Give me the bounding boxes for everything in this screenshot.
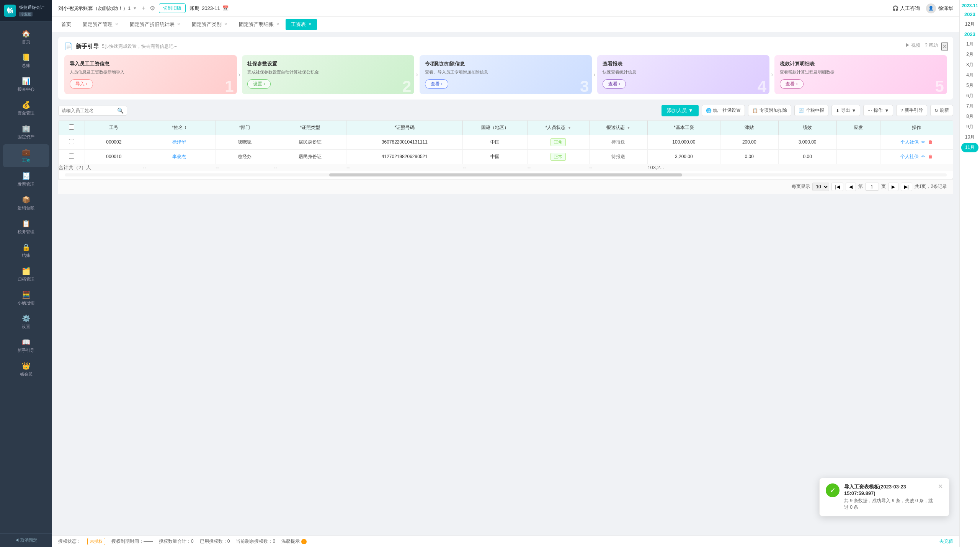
last-page-btn[interactable]: ▶| xyxy=(901,183,912,191)
month-item-9[interactable]: 7月 xyxy=(961,101,978,111)
step-btn-step3[interactable]: 查看 › xyxy=(425,79,448,89)
month-item-8[interactable]: 6月 xyxy=(961,91,978,101)
switch-version-btn[interactable]: 切到旧版 xyxy=(159,3,186,13)
toast-close-btn[interactable]: ✕ xyxy=(938,483,943,490)
tab-fixed_type[interactable]: 固定资产类别✕ xyxy=(186,19,233,30)
tab-fixed_detail[interactable]: 固定资产明细账✕ xyxy=(234,19,285,30)
row-sendstatus-1: 待报送 xyxy=(589,149,647,164)
tab-close-fixed_type[interactable]: ✕ xyxy=(224,22,227,27)
sidebar-logo: 畅 畅捷通好会计 专业版 xyxy=(0,0,52,22)
sidebar-item-purchase[interactable]: 📦 进销台账 xyxy=(3,192,49,215)
step-btn-step5[interactable]: 查看 › xyxy=(780,79,803,89)
per-page-select[interactable]: 10 20 50 xyxy=(812,183,829,191)
sidebar-item-fixed[interactable]: 🏢 固定资产 xyxy=(3,121,49,144)
sidebar-item-tax[interactable]: 📋 税务管理 xyxy=(3,216,49,238)
operate-btn[interactable]: ⋯ 操作 ▼ xyxy=(863,105,893,116)
scrollbar-thumb[interactable] xyxy=(329,173,682,176)
sidebar-item-general[interactable]: 📒 总账 xyxy=(3,49,49,72)
user-info[interactable]: 👤 徐泽华 xyxy=(926,3,953,13)
row-checkbox-0[interactable] xyxy=(69,139,74,144)
header-perstatus[interactable]: *人员状态 ▼ xyxy=(528,121,589,135)
tab-payroll_table[interactable]: 工资表✕ xyxy=(286,19,317,30)
tab-home[interactable]: 首页 xyxy=(56,19,77,30)
select-all-checkbox[interactable] xyxy=(69,124,74,130)
row-name-link-1[interactable]: 李俊杰 xyxy=(172,154,186,159)
step-title-step2: 社保参数设置 xyxy=(247,60,409,67)
settings-icon[interactable]: ⚙ xyxy=(150,5,155,12)
guide2-btn[interactable]: ? 新手引导 xyxy=(896,105,927,116)
month-item-2[interactable]: 2023 xyxy=(961,30,978,39)
tab-close-fixed_detail[interactable]: ✕ xyxy=(276,22,279,27)
sendstatus-filter-icon[interactable]: ▼ xyxy=(627,126,630,130)
step-title-step3: 专项附加扣除信息 xyxy=(425,60,587,67)
month-item-12[interactable]: 10月 xyxy=(961,132,978,142)
charge-btn[interactable]: 去充值 xyxy=(939,538,953,545)
prev-page-btn[interactable]: ◀ xyxy=(846,183,856,191)
sidebar-item-funds[interactable]: 💰 资金管理 xyxy=(3,97,49,120)
row-checkbox-1[interactable] xyxy=(69,153,74,159)
row-dept-0: 嗯嗯嗯 xyxy=(216,135,274,149)
header-name[interactable]: *姓名 ↕ xyxy=(143,121,216,135)
month-item-10[interactable]: 8月 xyxy=(961,112,978,121)
month-item-13[interactable]: 11月 xyxy=(961,143,978,152)
row-check-0[interactable] xyxy=(59,135,85,149)
row-name-0[interactable]: 徐泽华 xyxy=(143,135,216,149)
tab-fixed_assets[interactable]: 固定资产管理✕ xyxy=(77,19,124,30)
first-page-btn[interactable]: |◀ xyxy=(831,183,843,191)
step-btn-step4[interactable]: 查看 › xyxy=(603,79,626,89)
sidebar-footer[interactable]: ◀ 取消固定 xyxy=(0,533,52,547)
tab-close-payroll_table[interactable]: ✕ xyxy=(308,22,312,27)
month-item-7[interactable]: 5月 xyxy=(961,81,978,90)
horizontal-scrollbar[interactable] xyxy=(65,173,947,176)
add-account-icon[interactable]: ＋ xyxy=(140,4,147,12)
month-item-11[interactable]: 9月 xyxy=(961,122,978,132)
sidebar-item-settings[interactable]: ⚙️ 设置 xyxy=(3,310,49,333)
help-link[interactable]: ? 帮助 xyxy=(925,42,938,49)
month-item-6[interactable]: 4月 xyxy=(961,70,978,80)
refresh-btn[interactable]: ↻ 刷新 xyxy=(930,105,953,116)
row-op-link-1[interactable]: 个人社保 xyxy=(900,154,919,159)
add-person-btn[interactable]: 添加人员 ▼ xyxy=(662,105,699,116)
page-input[interactable] xyxy=(865,183,879,191)
header-check[interactable] xyxy=(59,121,85,135)
row-delete-icon-0[interactable]: 🗑 xyxy=(928,139,933,145)
export-btn[interactable]: ⬇ 导出 ▼ xyxy=(831,105,861,116)
sidebar-item-invoice[interactable]: 🧾 发票管理 xyxy=(3,168,49,191)
step-btn-step2[interactable]: 设置 › xyxy=(247,79,271,89)
sidebar-item-reports[interactable]: 📊 报表中心 xyxy=(3,73,49,96)
sidebar-item-guide[interactable]: 📖 新手引导 xyxy=(3,334,49,357)
row-edit-icon-1[interactable]: ✏ xyxy=(921,154,925,159)
social-insurance-btn[interactable]: 🌐 统一社保设置 xyxy=(702,105,745,116)
next-page-btn[interactable]: ▶ xyxy=(888,183,898,191)
tax-report-btn[interactable]: 🧾 个税申报 xyxy=(794,105,828,116)
sidebar-item-expense[interactable]: 🧮 小畅报销 xyxy=(3,287,49,310)
sidebar-item-vip[interactable]: 👑 畅会员 xyxy=(3,358,49,381)
perstatus-filter-icon[interactable]: ▼ xyxy=(567,126,571,130)
row-check-1[interactable] xyxy=(59,149,85,164)
deduction-btn[interactable]: 📋 专项附加扣除 xyxy=(748,105,791,116)
guide-close-btn[interactable]: ✕ xyxy=(941,42,948,51)
row-name-1[interactable]: 李俊杰 xyxy=(143,149,216,164)
row-edit-icon-0[interactable]: ✏ xyxy=(921,139,925,145)
month-item-1[interactable]: 12月 xyxy=(961,20,978,29)
month-item-4[interactable]: 2月 xyxy=(961,50,978,59)
month-item-5[interactable]: 3月 xyxy=(961,60,978,70)
sidebar-item-payroll[interactable]: 💼 工资 xyxy=(3,144,49,167)
calendar-icon[interactable]: 📅 xyxy=(222,5,229,11)
video-link[interactable]: ▶ 视频 xyxy=(905,42,920,49)
account-selector[interactable]: 刘小艳演示账套（勿删勿动！）1 ▼ xyxy=(58,5,137,12)
consult-btn[interactable]: 🎧 人工咨询 xyxy=(892,5,920,12)
row-name-link-0[interactable]: 徐泽华 xyxy=(172,139,186,145)
step-btn-step1[interactable]: 导入 › xyxy=(70,79,93,89)
sidebar-item-close[interactable]: 🔒 结账 xyxy=(3,239,49,262)
month-item-3[interactable]: 1月 xyxy=(961,39,978,49)
header-sendstatus[interactable]: 报送状态 ▼ xyxy=(589,121,647,135)
row-delete-icon-1[interactable]: 🗑 xyxy=(928,154,933,159)
sidebar-item-home[interactable]: 🏠 首页 xyxy=(3,26,49,49)
tab-depreciation[interactable]: 固定资产折旧统计表✕ xyxy=(124,19,186,30)
tab-close-depreciation[interactable]: ✕ xyxy=(177,22,180,27)
tab-close-fixed_assets[interactable]: ✕ xyxy=(115,22,118,27)
row-op-link-0[interactable]: 个人社保 xyxy=(900,139,919,145)
sidebar-item-archive[interactable]: 🗂️ 归档管理 xyxy=(3,263,49,286)
search-input[interactable] xyxy=(62,108,115,113)
